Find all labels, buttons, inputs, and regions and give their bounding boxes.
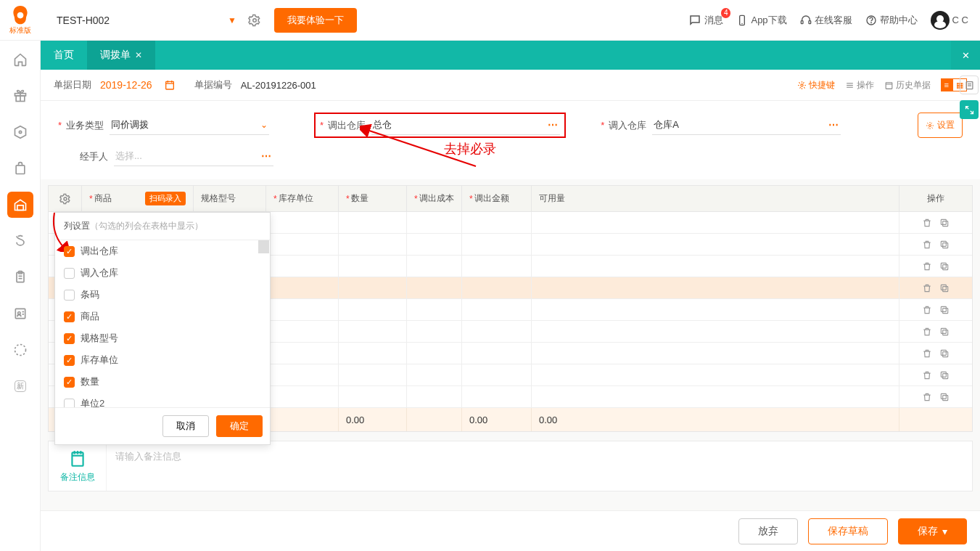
customer-service-link[interactable]: 在线客服 xyxy=(800,14,852,27)
svg-point-0 xyxy=(253,18,257,22)
popup-list: ✓调出仓库调入仓库条码✓商品✓规格型号✓库存单位✓数量单位2 xyxy=(55,240,270,407)
delete-icon[interactable] xyxy=(922,392,932,402)
messages-badge: 4 xyxy=(721,8,731,18)
nav-clipboard-icon[interactable] xyxy=(7,264,33,290)
history-link[interactable]: 历史单据 xyxy=(884,79,931,91)
org-select[interactable]: TEST-H002 ▼ xyxy=(52,12,241,29)
popup-ok-button[interactable]: 确定 xyxy=(216,415,263,437)
column-option[interactable]: ✓数量 xyxy=(55,371,270,393)
svg-rect-52 xyxy=(72,452,83,465)
gear-icon[interactable] xyxy=(248,14,261,27)
nav-gift-icon[interactable] xyxy=(7,83,33,109)
app-download-link[interactable]: App下载 xyxy=(736,14,786,27)
column-option[interactable]: 条码 xyxy=(55,284,270,306)
svg-rect-44 xyxy=(943,330,948,335)
save-button[interactable]: 保存▾ xyxy=(898,518,967,544)
calendar-icon[interactable] xyxy=(164,79,176,91)
copy-icon[interactable] xyxy=(939,327,950,337)
remark-input[interactable]: 请输入备注信息 xyxy=(107,441,972,491)
delete-icon[interactable] xyxy=(922,218,932,228)
svg-rect-41 xyxy=(941,285,946,290)
copy-icon[interactable] xyxy=(939,283,950,293)
tab-home[interactable]: 首页 xyxy=(41,41,87,70)
copy-icon[interactable] xyxy=(939,218,950,228)
svg-rect-36 xyxy=(943,242,948,248)
nav-new-icon[interactable]: 新 xyxy=(7,373,33,399)
messages-link[interactable]: 消息 4 xyxy=(688,14,723,27)
required-mark: * xyxy=(601,120,604,131)
operation-link[interactable]: 操作 xyxy=(845,79,874,91)
doc-date-value[interactable]: 2019-12-26 xyxy=(100,79,152,91)
svg-point-17 xyxy=(17,312,20,314)
more-icon[interactable]: ⋯ xyxy=(828,119,839,131)
nav-home-icon[interactable] xyxy=(7,46,33,73)
delete-icon[interactable] xyxy=(922,327,932,337)
content: 单据日期 2019-12-26 单据编号 AL-20191226-001 快捷键… xyxy=(41,70,980,551)
nav-tag-icon[interactable] xyxy=(7,119,33,145)
scrollbar-thumb[interactable] xyxy=(258,240,269,253)
delete-icon[interactable] xyxy=(922,305,932,315)
headset-icon xyxy=(800,15,812,26)
save-draft-button[interactable]: 保存草稿 xyxy=(808,518,888,544)
discard-button[interactable]: 放弃 xyxy=(738,518,798,544)
field-handler[interactable]: 经手人 选择...⋯ xyxy=(80,147,273,166)
scan-input-button[interactable]: 扫码录入 xyxy=(145,192,186,205)
nav-bag-icon[interactable] xyxy=(7,155,33,181)
th-cost: *调出成本 xyxy=(407,186,462,211)
field-in-warehouse[interactable]: * 调入仓库 仓库A⋯ xyxy=(601,113,841,138)
copy-icon[interactable] xyxy=(939,392,950,402)
svg-rect-46 xyxy=(943,351,948,356)
delete-icon[interactable] xyxy=(922,370,932,380)
tab-allocation[interactable]: 调拨单 ✕ xyxy=(87,41,155,70)
field-out-warehouse[interactable]: * 调出仓库 总仓⋯ xyxy=(314,113,566,138)
logo[interactable]: 标准版 xyxy=(0,5,41,36)
delete-icon[interactable] xyxy=(922,240,932,250)
svg-rect-37 xyxy=(941,241,946,246)
th-spec: 规格型号 xyxy=(194,186,266,211)
settings-label: 设置 xyxy=(937,119,955,131)
settings-button[interactable]: 设置 xyxy=(918,113,963,138)
left-sidebar: 新 xyxy=(0,41,41,551)
column-option[interactable]: ✓库存单位 xyxy=(55,349,270,371)
rail-note-icon[interactable] xyxy=(960,75,979,94)
svg-rect-43 xyxy=(941,306,946,311)
tabs-close-all[interactable]: ✕ xyxy=(951,41,980,70)
nav-warehouse-icon[interactable] xyxy=(7,192,33,218)
gear-icon xyxy=(59,193,71,205)
delete-icon[interactable] xyxy=(922,261,932,272)
copy-icon[interactable] xyxy=(939,261,950,272)
svg-rect-4 xyxy=(809,20,811,23)
field-biztype[interactable]: * 业务类型 同价调拨⌄ xyxy=(58,113,269,138)
delete-icon[interactable] xyxy=(922,348,932,359)
hotkey-label: 快捷键 xyxy=(809,79,835,91)
nav-money-icon[interactable] xyxy=(7,228,33,254)
svg-point-31 xyxy=(929,124,931,126)
close-icon[interactable]: ✕ xyxy=(135,50,142,60)
column-settings-button[interactable] xyxy=(49,186,82,211)
column-option[interactable]: ✓调出仓库 xyxy=(55,240,270,262)
svg-rect-29 xyxy=(886,82,892,89)
rail-expand-icon[interactable] xyxy=(960,100,979,119)
column-option-label: 单位2 xyxy=(81,397,104,407)
copy-icon[interactable] xyxy=(939,305,950,315)
popup-cancel-button[interactable]: 取消 xyxy=(162,415,209,437)
column-option[interactable]: 单位2 xyxy=(55,393,270,407)
column-option[interactable]: 调入仓库 xyxy=(55,262,270,284)
nav-contact-icon[interactable] xyxy=(7,301,33,327)
hotkey-link[interactable]: 快捷键 xyxy=(797,79,835,91)
column-option[interactable]: ✓规格型号 xyxy=(55,327,270,349)
copy-icon[interactable] xyxy=(939,240,950,250)
help-link[interactable]: 帮助中心 xyxy=(865,14,918,27)
user-menu[interactable]: C C xyxy=(931,11,968,30)
column-option[interactable]: ✓商品 xyxy=(55,306,270,327)
trial-button[interactable]: 我要体验一下 xyxy=(274,8,357,33)
form-row-1: * 业务类型 同价调拨⌄ * 调出仓库 总仓⋯ * 调入仓库 仓库A⋯ 设置 去… xyxy=(41,101,980,142)
more-icon[interactable]: ⋯ xyxy=(261,150,272,162)
customer-service-label: 在线客服 xyxy=(815,14,852,27)
copy-icon[interactable] xyxy=(939,370,950,380)
delete-icon[interactable] xyxy=(922,283,932,293)
nav-share-icon[interactable] xyxy=(7,337,33,363)
column-option-label: 条码 xyxy=(81,288,99,301)
copy-icon[interactable] xyxy=(939,348,950,359)
more-icon[interactable]: ⋯ xyxy=(548,119,559,131)
